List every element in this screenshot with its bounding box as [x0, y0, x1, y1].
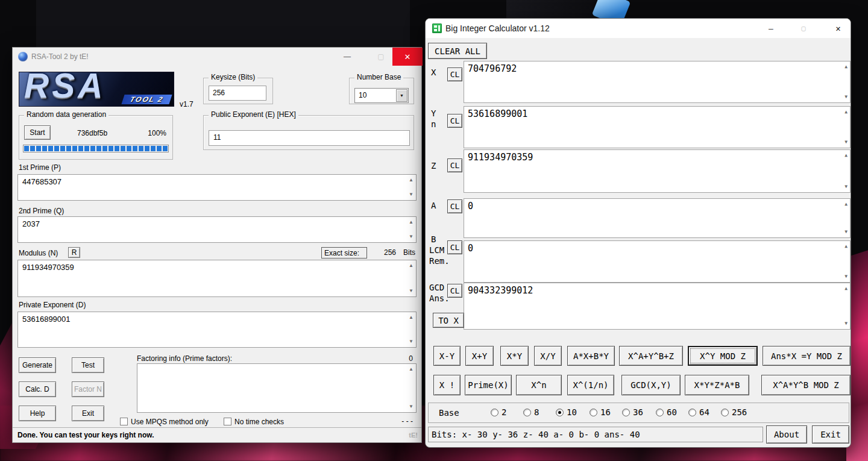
base-option-36[interactable]: 36 — [622, 407, 643, 417]
no-time-checkbox-label: No time checks — [234, 418, 284, 426]
scroll-up-icon[interactable]: ▲ — [409, 220, 414, 225]
to-x-button[interactable]: TO X — [433, 313, 464, 328]
op-x-plus-y-button[interactable]: X+Y — [465, 346, 494, 366]
op-xyzab-button[interactable]: X*Y*Z*A*B — [685, 375, 749, 395]
op-xy-mod-z-button[interactable]: X^Y MOD Z — [688, 346, 758, 366]
rsa-window-title: RSA-Tool 2 by tE! — [31, 52, 89, 61]
scroll-up-icon[interactable]: ▲ — [844, 202, 848, 207]
base-option-8[interactable]: 8 — [523, 407, 539, 417]
base-option-10[interactable]: 10 — [556, 407, 577, 417]
op-x-pow-n-button[interactable]: X^n — [516, 375, 562, 395]
scroll-up-icon[interactable]: ▲ — [844, 153, 848, 158]
scroll-up-icon[interactable]: ▲ — [409, 263, 414, 268]
prime-p-field[interactable]: 447685307 ▲ ▼ — [17, 174, 417, 201]
op-x-minus-y-button[interactable]: X-Y — [433, 346, 461, 366]
scroll-up-icon[interactable]: ▲ — [409, 178, 414, 183]
scroll-down-icon[interactable]: ▼ — [844, 274, 848, 279]
scroll-up-icon[interactable]: ▲ — [844, 64, 848, 69]
base-option-60[interactable]: 60 — [656, 407, 677, 417]
maximize-button[interactable]: ▢ — [790, 19, 817, 38]
op-xayb-mod-z-button[interactable]: X^A*Y^B MOD Z — [761, 375, 851, 395]
start-button[interactable]: Start — [24, 125, 51, 140]
scroll-down-icon[interactable]: ▼ — [844, 230, 848, 234]
number-base-select[interactable]: 10 ▼ — [354, 88, 409, 103]
public-exponent-input[interactable]: 11 — [209, 130, 410, 146]
scroll-up-icon[interactable]: ▲ — [409, 315, 414, 320]
op-factorial-button[interactable]: X ! — [433, 375, 461, 395]
ans-value-field[interactable]: 904332399012 ▲ ▼ — [464, 283, 851, 330]
op-prime-x-button[interactable]: Prime(X) — [465, 375, 512, 395]
scroll-down-icon[interactable]: ▼ — [844, 321, 848, 326]
op-x-times-y-button[interactable]: X*Y — [500, 346, 529, 366]
base-option-256[interactable]: 256 — [721, 407, 747, 417]
scroll-down-icon[interactable]: ▼ — [844, 184, 848, 189]
rsa-titlebar[interactable]: RSA-Tool 2 by tE! — ▢ ✕ — [13, 48, 421, 66]
base-256-radio-icon — [721, 409, 729, 416]
prime-q-field[interactable]: 2037 ▲ ▼ — [17, 216, 417, 243]
scroll-down-icon[interactable]: ▼ — [409, 234, 414, 239]
scroll-down-icon[interactable]: ▼ — [409, 404, 414, 409]
scroll-down-icon[interactable]: ▼ — [844, 95, 848, 99]
op-ans-x-mod-z-button[interactable]: Ans*X =Y MOD Z — [763, 346, 851, 366]
scroll-up-icon[interactable]: ▲ — [844, 244, 848, 249]
op-x-root-n-button[interactable]: X^(1/n) — [567, 375, 614, 395]
random-progress-bar — [23, 145, 169, 152]
base-10-label: 10 — [567, 407, 577, 417]
z-value-field[interactable]: 911934970359 ▲ ▼ — [464, 149, 851, 193]
scroll-down-icon[interactable]: ▼ — [409, 339, 414, 344]
a-clear-button[interactable]: CL — [447, 199, 462, 213]
op-xa-yb-z-button[interactable]: X^A+Y^B+Z — [619, 346, 683, 366]
b-value-field[interactable]: 0 ▲ ▼ — [464, 240, 851, 283]
r-button[interactable]: R — [68, 247, 80, 258]
exit-button[interactable]: Exit — [72, 406, 104, 421]
y-value-field[interactable]: 53616899001 ▲ ▼ — [464, 106, 851, 148]
base-option-2[interactable]: 2 — [491, 407, 506, 417]
base-option-64[interactable]: 64 — [688, 407, 709, 417]
factoring-info-field[interactable]: ▲ ▼ — [137, 363, 417, 413]
private-exponent-field[interactable]: 53616899001 ▲ ▼ — [17, 312, 417, 348]
keysize-group-label: Keysize (Bits) — [209, 73, 257, 81]
op-x-div-y-button[interactable]: X/Y — [534, 346, 562, 366]
chevron-down-icon[interactable]: ▼ — [396, 89, 407, 102]
scroll-down-icon[interactable]: ▼ — [409, 289, 414, 293]
prime-q-value: 2037 — [18, 217, 416, 231]
x-clear-button[interactable]: CL — [447, 67, 462, 81]
y-clear-button[interactable]: CL — [447, 114, 462, 128]
exit-button[interactable]: Exit — [812, 425, 849, 444]
close-button[interactable]: ✕ — [392, 48, 423, 66]
scroll-up-icon[interactable]: ▲ — [844, 286, 848, 291]
close-button[interactable]: ✕ — [825, 19, 851, 38]
op-axby-button[interactable]: A*X+B*Y — [567, 346, 615, 366]
a-label: A — [431, 201, 436, 210]
op-gcd-xy-button[interactable]: GCD(X,Y) — [621, 375, 681, 395]
x-value-field[interactable]: 704796792 ▲ ▼ — [464, 61, 851, 103]
modulus-field[interactable]: 911934970359 ▲ ▼ — [17, 260, 417, 297]
calc-titlebar[interactable]: Big Integer Calculator v1.12 — ▢ ✕ — [426, 19, 851, 38]
clear-all-button[interactable]: CLEAR ALL — [428, 43, 487, 59]
scroll-up-icon[interactable]: ▲ — [844, 110, 848, 114]
base-2-label: 2 — [502, 407, 506, 417]
generate-button[interactable]: Generate — [19, 357, 56, 373]
maximize-button[interactable]: ▢ — [367, 48, 395, 66]
rem-label: Rem. — [429, 256, 450, 266]
b-clear-button[interactable]: CL — [447, 240, 462, 254]
z-clear-button[interactable]: CL — [447, 158, 462, 172]
y-label: Y — [431, 108, 436, 118]
help-button[interactable]: Help — [19, 406, 56, 421]
gcd-label: GCD — [429, 283, 444, 292]
base-16-label: 16 — [600, 407, 611, 417]
about-button[interactable]: About — [766, 425, 807, 444]
ans-clear-button[interactable]: CL — [447, 284, 462, 298]
factor-n-button[interactable]: Factor N — [72, 381, 104, 397]
scroll-down-icon[interactable]: ▼ — [409, 192, 414, 197]
scroll-up-icon[interactable]: ▲ — [409, 367, 414, 372]
scroll-down-icon[interactable]: ▼ — [844, 140, 848, 145]
keysize-input[interactable]: 256 — [209, 86, 266, 101]
base-option-16[interactable]: 16 — [590, 407, 611, 417]
factoring-info-value — [137, 364, 416, 369]
a-value-field[interactable]: 0 ▲ ▼ — [464, 198, 851, 238]
minimize-button[interactable]: — — [333, 48, 361, 66]
test-button[interactable]: Test — [72, 357, 104, 373]
calc-d-button[interactable]: Calc. D — [19, 381, 56, 397]
minimize-button[interactable]: — — [757, 19, 785, 38]
